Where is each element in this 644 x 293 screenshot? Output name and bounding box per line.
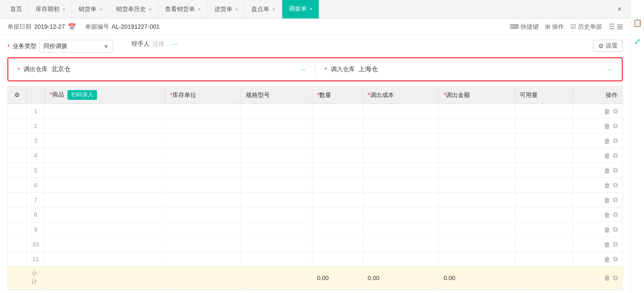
row-qty-cell[interactable] [312, 119, 363, 134]
row-spec-cell[interactable] [241, 208, 312, 222]
tab-inventory-init[interactable]: 库存期初 × [29, 0, 72, 18]
row-cost-cell[interactable] [363, 104, 438, 119]
row-amount-cell[interactable] [439, 178, 515, 193]
person-select[interactable]: 选择... [152, 40, 170, 48]
business-type-select[interactable]: 同价调拨 ▼ [39, 40, 113, 53]
row-unit-cell[interactable] [165, 134, 241, 148]
row-amount-cell[interactable] [439, 208, 515, 222]
row-qty-cell[interactable] [312, 252, 363, 267]
row-spec-cell[interactable] [241, 134, 312, 148]
close-all-tabs[interactable]: × [613, 0, 626, 18]
row-product-cell[interactable] [45, 134, 165, 148]
delete-icon[interactable]: 🗑 [604, 182, 610, 189]
col-gear[interactable]: ⚙ [8, 86, 26, 104]
row-product-cell[interactable] [45, 163, 165, 178]
list-view-icon[interactable]: ☰ [608, 22, 615, 31]
sidebar-expand-icon[interactable]: ⤢ [634, 37, 641, 47]
row-qty-cell[interactable] [312, 208, 363, 222]
tab-close-inventory-init[interactable]: × [62, 6, 65, 12]
row-amount-cell[interactable] [439, 163, 515, 178]
row-spec-cell[interactable] [241, 222, 312, 237]
row-unit-cell[interactable] [165, 104, 241, 119]
row-amount-cell[interactable] [439, 104, 515, 119]
row-spec-cell[interactable] [241, 193, 312, 208]
copy-icon[interactable]: ⧉ [613, 255, 618, 263]
tab-close-sales-order[interactable]: × [99, 6, 102, 12]
warehouse-in-more-btn[interactable]: ··· [607, 66, 613, 73]
row-available-cell[interactable] [515, 119, 573, 134]
row-product-cell[interactable] [45, 237, 165, 252]
row-unit-cell[interactable] [165, 252, 241, 267]
row-unit-cell[interactable] [165, 178, 241, 193]
row-available-cell[interactable] [515, 163, 573, 178]
tab-close-inventory-count[interactable]: × [272, 6, 275, 12]
row-qty-cell[interactable] [312, 237, 363, 252]
subtotal-delete-icon[interactable]: 🗑 [604, 274, 610, 281]
row-cost-cell[interactable] [363, 193, 438, 208]
shortcuts-btn[interactable]: ⌨ 快捷键 [510, 23, 539, 31]
row-cost-cell[interactable] [363, 134, 438, 148]
row-spec-cell[interactable] [241, 148, 312, 163]
row-available-cell[interactable] [515, 104, 573, 119]
row-available-cell[interactable] [515, 148, 573, 163]
tab-purchase-order[interactable]: 进货单 × [208, 0, 245, 18]
row-available-cell[interactable] [515, 178, 573, 193]
tab-close-purchase-order[interactable]: × [235, 6, 238, 12]
row-product-cell[interactable] [45, 208, 165, 222]
row-cost-cell[interactable] [363, 148, 438, 163]
subtotal-copy-icon[interactable]: ⧉ [613, 274, 618, 282]
person-more-btn[interactable]: ··· [172, 40, 178, 48]
copy-icon[interactable]: ⧉ [613, 196, 618, 204]
delete-icon[interactable]: 🗑 [604, 256, 610, 263]
delete-icon[interactable]: 🗑 [604, 211, 610, 219]
row-amount-cell[interactable] [439, 134, 515, 148]
tab-transfer-order[interactable]: 调拨单 × [282, 0, 319, 18]
row-product-cell[interactable] [45, 104, 165, 119]
row-amount-cell[interactable] [439, 252, 515, 267]
row-spec-cell[interactable] [241, 104, 312, 119]
row-spec-cell[interactable] [241, 237, 312, 252]
copy-icon[interactable]: ⧉ [613, 166, 618, 174]
row-product-cell[interactable] [45, 252, 165, 267]
copy-icon[interactable]: ⧉ [613, 240, 618, 248]
row-product-cell[interactable] [45, 119, 165, 134]
row-qty-cell[interactable] [312, 148, 363, 163]
row-cost-cell[interactable] [363, 119, 438, 134]
delete-icon[interactable]: 🗑 [604, 137, 610, 145]
row-cost-cell[interactable] [363, 208, 438, 222]
row-cost-cell[interactable] [363, 222, 438, 237]
row-available-cell[interactable] [515, 252, 573, 267]
delete-icon[interactable]: 🗑 [604, 122, 610, 130]
row-product-cell[interactable] [45, 148, 165, 163]
row-amount-cell[interactable] [439, 148, 515, 163]
warehouse-out-more-btn[interactable]: ··· [300, 66, 306, 73]
grid-view-icon[interactable]: ⊞ [617, 22, 623, 31]
row-qty-cell[interactable] [312, 193, 363, 208]
row-available-cell[interactable] [515, 134, 573, 148]
row-unit-cell[interactable] [165, 148, 241, 163]
row-unit-cell[interactable] [165, 208, 241, 222]
row-available-cell[interactable] [515, 222, 573, 237]
copy-icon[interactable]: ⧉ [613, 122, 618, 130]
row-unit-cell[interactable] [165, 222, 241, 237]
operations-btn[interactable]: ⊞ 操作 [545, 23, 564, 31]
row-qty-cell[interactable] [312, 163, 363, 178]
delete-icon[interactable]: 🗑 [604, 152, 610, 159]
row-product-cell[interactable] [45, 193, 165, 208]
row-spec-cell[interactable] [241, 119, 312, 134]
row-unit-cell[interactable] [165, 193, 241, 208]
row-qty-cell[interactable] [312, 178, 363, 193]
row-available-cell[interactable] [515, 208, 573, 222]
row-cost-cell[interactable] [363, 178, 438, 193]
row-unit-cell[interactable] [165, 237, 241, 252]
row-unit-cell[interactable] [165, 163, 241, 178]
row-amount-cell[interactable] [439, 193, 515, 208]
row-amount-cell[interactable] [439, 119, 515, 134]
copy-icon[interactable]: ⧉ [613, 152, 618, 159]
tab-close-view-sales[interactable]: × [198, 6, 200, 12]
tab-close-transfer-order[interactable]: × [310, 6, 312, 12]
row-amount-cell[interactable] [439, 237, 515, 252]
row-qty-cell[interactable] [312, 222, 363, 237]
copy-icon[interactable]: ⧉ [613, 181, 618, 189]
delete-icon[interactable]: 🗑 [604, 196, 610, 204]
